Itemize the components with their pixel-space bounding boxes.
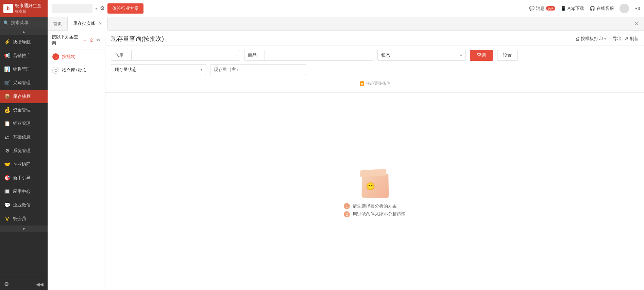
topbar-gear-icon[interactable]: ⚙ bbox=[100, 5, 105, 12]
sidebar-item-operation[interactable]: 📋 经营管理 bbox=[0, 117, 48, 130]
service-icon: 🎧 bbox=[590, 6, 595, 11]
sidebar-scroll-down[interactable]: ▼ bbox=[0, 225, 48, 232]
print-dropdown-icon[interactable]: ▾ bbox=[604, 37, 606, 41]
qty-separator: — bbox=[271, 67, 278, 72]
exp-industry-button[interactable]: 体验行业方案 bbox=[107, 3, 143, 14]
filter-warehouse-batch-icon: ⊙ bbox=[52, 67, 59, 74]
search-icon: 🔍 bbox=[3, 20, 9, 25]
product-dots[interactable]: ··· bbox=[364, 53, 373, 58]
tab-home[interactable]: 首页 bbox=[48, 17, 68, 31]
sidebar-item-apps[interactable]: 🔲 应用中心 bbox=[0, 185, 48, 198]
filter-item-by-batch[interactable]: ⊙ 按批次 bbox=[48, 50, 105, 64]
sidebar-item-finance[interactable]: 💰 资金管理 bbox=[0, 103, 48, 117]
print-label: 按模板打印 bbox=[581, 36, 603, 42]
message-badge: 99+ bbox=[546, 6, 555, 11]
filter-settings-icon[interactable]: ⊙ bbox=[89, 37, 94, 43]
query-button[interactable]: 查询 bbox=[470, 50, 493, 61]
tip-num-1: 1 bbox=[344, 203, 350, 209]
app-icon: 📱 bbox=[561, 6, 566, 11]
weixin-icon: 💬 bbox=[4, 202, 10, 208]
empty-tip-1: 1 请先选择要分析的方案 bbox=[344, 203, 406, 209]
sidebar-item-purchase[interactable]: 🛒 采购管理 bbox=[0, 76, 48, 90]
sidebar-item-label: 营销推广 bbox=[13, 53, 31, 59]
filter-sidebar-header: 按以下方案查询 ＋ ⊙ ≪ bbox=[48, 31, 105, 50]
status-filter[interactable]: 状态 ▾ bbox=[377, 50, 466, 61]
print-icon: 🖨 bbox=[575, 36, 579, 41]
filter-sidebar: 按以下方案查询 ＋ ⊙ ≪ ⊙ 按批次 ⊙ 按仓库+批次 bbox=[48, 31, 105, 290]
sidebar-item-label: 新手引导 bbox=[13, 175, 31, 181]
tab-inventory-batch[interactable]: 库存批次账 ✕ bbox=[68, 17, 108, 31]
marketing-icon: 📢 bbox=[4, 53, 10, 59]
warehouse-dots[interactable]: ··· bbox=[231, 53, 240, 58]
sidebar-item-shortcut[interactable]: ⚡ 快捷导航 bbox=[0, 35, 48, 49]
sidebar-item-system[interactable]: ⚙ 系统管理 bbox=[0, 144, 48, 158]
product-filter[interactable]: 商品 ··· bbox=[244, 50, 373, 61]
topbar-app-download[interactable]: 📱 App下载 bbox=[561, 5, 584, 12]
sidebar-item-member[interactable]: V 畅会员 bbox=[0, 212, 48, 225]
status-label: 状态 bbox=[381, 52, 457, 58]
print-button[interactable]: 🖨 按模板打印 ▾ bbox=[575, 36, 606, 42]
app-download-label: App下载 bbox=[567, 5, 584, 12]
warehouse-filter[interactable]: 仓库 ··· bbox=[111, 50, 240, 61]
empty-tip-2: 2 用过滤条件来缩小分析范围 bbox=[344, 211, 406, 217]
refresh-icon: ↺ bbox=[624, 36, 628, 41]
sidebar-item-collab[interactable]: 🤝 企业协同 bbox=[0, 158, 48, 171]
sidebar-item-label: 应用中心 bbox=[13, 188, 31, 195]
sidebar-search[interactable]: 🔍 搜索菜单 bbox=[0, 17, 48, 29]
sidebar-item-sales[interactable]: 📊 销售管理 bbox=[0, 62, 48, 76]
filter-collapse-icon[interactable]: ≪ bbox=[96, 37, 101, 43]
inventory-qty-filter[interactable]: 现存量（主） — bbox=[210, 64, 306, 75]
page-actions: 🖨 按模板打印 ▾ ↑ 导出 ↺ 刷新 bbox=[575, 36, 639, 42]
topbar-nav-input[interactable] bbox=[52, 4, 92, 13]
page-title: 现存量查询(按批次) bbox=[111, 35, 164, 43]
sidebar-item-label: 企业协同 bbox=[13, 161, 31, 167]
panel-close-icon[interactable]: ✕ bbox=[629, 20, 644, 27]
sidebar-item-marketing[interactable]: 📢 营销推广 bbox=[0, 49, 48, 62]
filter-row-1: 仓库 ··· 商品 ··· 状态 ▾ 查询 设置 bbox=[111, 50, 639, 61]
settings-button[interactable]: 设置 bbox=[497, 50, 518, 61]
page-content: 按以下方案查询 ＋ ⊙ ≪ ⊙ 按批次 ⊙ 按仓库+批次 现存量查询(按批次) bbox=[48, 31, 644, 290]
empty-face-graphic: 😶 bbox=[366, 182, 375, 191]
export-icon: ↑ bbox=[609, 36, 611, 41]
topbar-message[interactable]: 💬 消息 99+ bbox=[529, 5, 555, 12]
topbar: ▾ ⚙ 体验行业方案 💬 消息 99+ 📱 App下载 🎧 在线客服 Rit bbox=[48, 0, 644, 17]
tab-home-label: 首页 bbox=[53, 21, 62, 27]
settings-icon[interactable]: ⚙ bbox=[4, 281, 9, 287]
collapse-filters[interactable]: 🔼 收起更多条件 bbox=[111, 78, 639, 88]
empty-tips: 1 请先选择要分析的方案 2 用过滤条件来缩小分析范围 bbox=[344, 203, 406, 219]
product-label: 商品 bbox=[244, 50, 265, 60]
product-input[interactable] bbox=[265, 53, 364, 58]
filter-item-warehouse-batch-label: 按仓库+批次 bbox=[62, 67, 87, 73]
message-label: 消息 bbox=[536, 5, 545, 12]
inventory-qty-to[interactable] bbox=[278, 67, 306, 72]
filter-area: 仓库 ··· 商品 ··· 状态 ▾ 查询 设置 bbox=[105, 46, 644, 93]
sidebar-item-label: 系统管理 bbox=[13, 148, 31, 154]
inventory-status-arrow-icon: ▾ bbox=[200, 67, 202, 72]
sidebar-nav: ▲ ⚡ 快捷导航 📢 营销推广 📊 销售管理 🛒 采购管理 📦 库存核算 💰 资… bbox=[0, 29, 48, 278]
export-button[interactable]: ↑ 导出 bbox=[609, 36, 622, 42]
topbar-online-service[interactable]: 🎧 在线客服 bbox=[590, 5, 614, 12]
inventory-status-filter[interactable]: 现存量状态 ▾ bbox=[111, 64, 206, 75]
topbar-avatar[interactable] bbox=[620, 4, 629, 13]
filter-add-icon[interactable]: ＋ bbox=[82, 37, 87, 43]
warehouse-input[interactable] bbox=[132, 53, 231, 58]
sidebar-item-inventory[interactable]: 📦 库存核算 bbox=[0, 90, 48, 103]
purchase-icon: 🛒 bbox=[4, 80, 10, 86]
sidebar-item-newbie[interactable]: 🎯 新手引导 bbox=[0, 171, 48, 185]
inventory-qty-from[interactable] bbox=[244, 67, 271, 72]
filter-header-actions: ＋ ⊙ ≪ bbox=[82, 37, 101, 43]
sidebar-item-label: 采购管理 bbox=[13, 80, 31, 86]
refresh-button[interactable]: ↺ 刷新 bbox=[624, 36, 639, 42]
sidebar-item-weixin[interactable]: 💬 企业微信 bbox=[0, 198, 48, 212]
sidebar-scroll-up[interactable]: ▲ bbox=[0, 29, 48, 35]
sidebar-item-label: 基础信息 bbox=[13, 134, 31, 140]
sidebar: b 畅康通好生意 标准版 🔍 搜索菜单 ▲ ⚡ 快捷导航 📢 营销推广 📊 销售… bbox=[0, 0, 48, 290]
sidebar-item-basic[interactable]: 🗂 基础信息 bbox=[0, 130, 48, 144]
topbar-chevron-icon[interactable]: ▾ bbox=[95, 6, 97, 11]
tab-close-icon[interactable]: ✕ bbox=[99, 21, 102, 26]
shortcut-icon: ⚡ bbox=[4, 39, 10, 45]
sidebar-item-label: 快捷导航 bbox=[13, 39, 31, 45]
collapse-sidebar-icon[interactable]: ◀◀ bbox=[36, 282, 44, 287]
filter-item-by-warehouse-batch[interactable]: ⊙ 按仓库+批次 bbox=[48, 64, 105, 77]
sidebar-item-label: 企业微信 bbox=[13, 202, 31, 208]
